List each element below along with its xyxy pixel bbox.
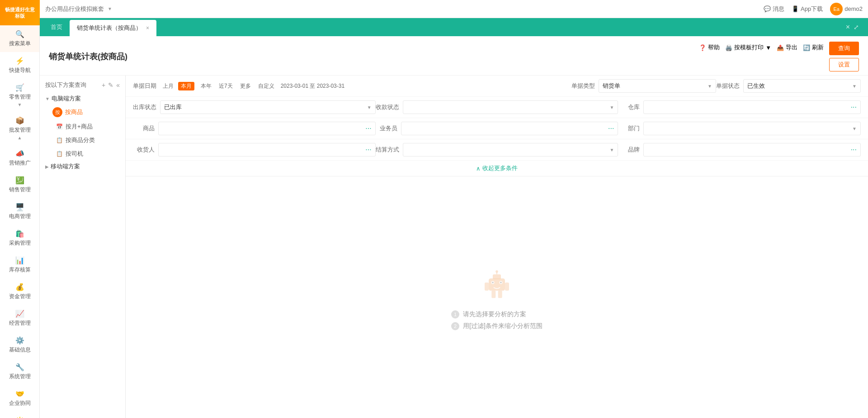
tab-close-icon[interactable]: × bbox=[146, 25, 149, 31]
sidebar-item-purchase[interactable]: 🛍️ 采购管理 bbox=[0, 225, 39, 252]
sidebar-item-operations[interactable]: 📈 经营管理 bbox=[0, 305, 39, 332]
svg-point-6 bbox=[492, 282, 494, 284]
date-this-month[interactable]: 本月 bbox=[178, 82, 194, 90]
window-close-icon[interactable]: × bbox=[846, 23, 850, 31]
collapse-bar[interactable]: ∧ 收起更多条件 bbox=[126, 161, 868, 176]
scheme-sub-label-category: 按商品分类 bbox=[66, 136, 95, 144]
settle-dropdown: ▼ bbox=[609, 147, 614, 152]
date-more[interactable]: 更多 bbox=[237, 82, 254, 90]
export-btn[interactable]: 📤 导出 bbox=[777, 43, 797, 52]
messages-label: 消息 bbox=[773, 5, 784, 13]
query-button[interactable]: 查询 bbox=[829, 42, 859, 55]
sidebar-item-basic[interactable]: ⚙️ 基础信息 bbox=[0, 332, 39, 358]
payment-select[interactable]: ▼ bbox=[403, 100, 618, 114]
tab-current[interactable]: 销货单统计表（按商品） × bbox=[70, 20, 156, 36]
settings-button[interactable]: 设置 bbox=[829, 58, 859, 71]
scheme-category-mobile[interactable]: ▶ 移动端方案 bbox=[40, 161, 125, 172]
inventory-icon: 📊 bbox=[15, 256, 24, 265]
scheme-item-active-dot: 按 bbox=[52, 107, 62, 117]
warehouse-select[interactable]: ··· bbox=[643, 100, 861, 114]
sub-icon-month: 📅 bbox=[56, 124, 63, 130]
staff-dots[interactable]: ··· bbox=[608, 124, 614, 133]
ecommerce-icon: 🖥️ bbox=[15, 203, 24, 211]
svg-rect-1 bbox=[493, 275, 501, 280]
brand-input[interactable]: ··· bbox=[643, 143, 861, 157]
page-content: 销货单统计表(按商品) ❓ 帮助 🖨️ 按模板打印 ▼ 📤 导出 bbox=[40, 36, 868, 418]
filter-settle-item: 结算方式 ▼ bbox=[376, 143, 618, 157]
goods-dots[interactable]: ··· bbox=[365, 124, 371, 133]
dept-select[interactable]: ▼ bbox=[643, 122, 861, 135]
warehouse-label: 仓库 bbox=[618, 103, 643, 111]
tab-home[interactable]: 首页 bbox=[43, 18, 70, 36]
date-this-year[interactable]: 本年 bbox=[198, 82, 214, 90]
brand-dots[interactable]: ··· bbox=[851, 146, 857, 154]
content-body: 按以下方案查询 + ✎ « ▼ 电脑端方案 按 按商品 bbox=[40, 76, 868, 418]
hint-num-2: 2 bbox=[451, 322, 459, 330]
sidebar-item-quicknav[interactable]: ⚡ 快捷导航 bbox=[0, 52, 39, 79]
status-value: 已生效 bbox=[747, 82, 765, 90]
user-area[interactable]: Ea demo2 bbox=[830, 3, 863, 15]
scheme-category-mobile-label: 移动端方案 bbox=[51, 162, 80, 171]
purchase-icon: 🛍️ bbox=[15, 229, 24, 238]
sidebar-item-marketing[interactable]: 📣 营销推广 bbox=[0, 145, 39, 171]
sidebar-item-inventory[interactable]: 📊 库存核算 bbox=[0, 252, 39, 278]
messages-btn[interactable]: 💬 消息 bbox=[764, 5, 784, 13]
sidebar-item-sales[interactable]: 💹 销售管理 bbox=[0, 171, 39, 198]
status-label: 单据状态 bbox=[716, 82, 743, 90]
filter-row-1: 单据日期 上月 本月 本年 近7天 更多 自定义 2023-03-01 至 20… bbox=[126, 76, 868, 97]
refresh-btn[interactable]: 🔄 刷新 bbox=[803, 43, 824, 52]
warehouse-dots[interactable]: ··· bbox=[851, 103, 857, 111]
edit-scheme-icon[interactable]: ✎ bbox=[108, 81, 113, 89]
receiver-dots[interactable]: ··· bbox=[365, 146, 371, 154]
sidebar-item-newbie[interactable]: 🌟 新手引导 bbox=[0, 412, 39, 418]
staff-label: 业务员 bbox=[376, 124, 401, 133]
refresh-label: 刷新 bbox=[812, 43, 824, 52]
operations-icon: 📈 bbox=[15, 309, 24, 318]
filter-date-item: 单据日期 上月 本月 本年 近7天 更多 自定义 2023-03-01 至 20… bbox=[133, 82, 571, 90]
goods-input[interactable]: ··· bbox=[158, 122, 376, 135]
sidebar-item-system[interactable]: 🔧 系统管理 bbox=[0, 358, 39, 385]
empty-hint-2: 2 用[过滤]条件来缩小分析范围 bbox=[451, 322, 542, 330]
type-select[interactable]: 销货单 ▼ bbox=[599, 79, 716, 93]
scheme-sub-item-driver[interactable]: 📋 按司机 bbox=[40, 147, 125, 161]
scheme-panel-icons: + ✎ « bbox=[102, 81, 120, 89]
add-scheme-icon[interactable]: + bbox=[102, 81, 105, 89]
sidebar-item-search[interactable]: 🔍 搜索菜单 bbox=[0, 25, 39, 52]
date-custom[interactable]: 自定义 bbox=[255, 82, 277, 90]
sidebar-item-wholesale[interactable]: 📦 批发管理 ▲ bbox=[0, 112, 39, 145]
sidebar-item-retail[interactable]: 🛒 零售管理 ▼ bbox=[0, 79, 39, 112]
filter-stock-out-item: 出库状态 已出库 ▼ bbox=[133, 100, 376, 114]
retail-expand-icon: ▼ bbox=[18, 102, 22, 107]
basic-icon: ⚙️ bbox=[15, 336, 24, 345]
filter-receiver-item: 收货人 ··· bbox=[133, 143, 376, 157]
help-label: 帮助 bbox=[708, 43, 720, 52]
product-dropdown-icon[interactable]: ▼ bbox=[108, 6, 112, 11]
stock-out-select[interactable]: 已出库 ▼ bbox=[160, 100, 376, 114]
product-name-area: 办公用品行业模拟账套 ▼ bbox=[45, 5, 112, 13]
sidebar-item-enterprise[interactable]: 🤝 企业协同 bbox=[0, 385, 39, 412]
sidebar-item-purchase-label: 采购管理 bbox=[9, 239, 31, 247]
scheme-category-pc[interactable]: ▼ 电脑端方案 bbox=[40, 93, 125, 104]
date-last-month[interactable]: 上月 bbox=[160, 82, 176, 90]
status-select[interactable]: 已生效 ▼ bbox=[743, 79, 861, 93]
staff-input[interactable]: ··· bbox=[401, 122, 618, 135]
settle-select[interactable]: ▼ bbox=[403, 143, 618, 157]
sidebar-item-finance[interactable]: 💰 资金管理 bbox=[0, 278, 39, 305]
collapse-scheme-icon[interactable]: « bbox=[116, 81, 120, 89]
scheme-sub-item-category[interactable]: 📋 按商品分类 bbox=[40, 133, 125, 147]
print-label: 按模板打印 bbox=[734, 43, 764, 52]
empty-hint-1: 1 请先选择要分析的方案 bbox=[451, 310, 542, 318]
help-btn[interactable]: ❓ 帮助 bbox=[699, 43, 720, 52]
print-dropdown-icon[interactable]: ▼ bbox=[765, 44, 771, 51]
app-download-btn[interactable]: 📱 App下载 bbox=[792, 5, 823, 13]
scheme-item-by-goods[interactable]: 按 按商品 bbox=[40, 104, 125, 120]
date-7days[interactable]: 近7天 bbox=[216, 82, 236, 90]
sidebar-item-ecommerce[interactable]: 🖥️ 电商管理 bbox=[0, 198, 39, 225]
system-icon: 🔧 bbox=[15, 363, 24, 371]
scheme-sub-item-month-goods[interactable]: 📅 按月+商品 bbox=[40, 120, 125, 133]
print-btn[interactable]: 🖨️ 按模板打印 ▼ bbox=[725, 43, 771, 52]
category-mobile-expand-icon: ▶ bbox=[45, 164, 49, 169]
receiver-input[interactable]: ··· bbox=[158, 143, 376, 157]
window-maximize-icon[interactable]: ⤢ bbox=[854, 24, 859, 31]
marketing-icon: 📣 bbox=[15, 149, 24, 158]
